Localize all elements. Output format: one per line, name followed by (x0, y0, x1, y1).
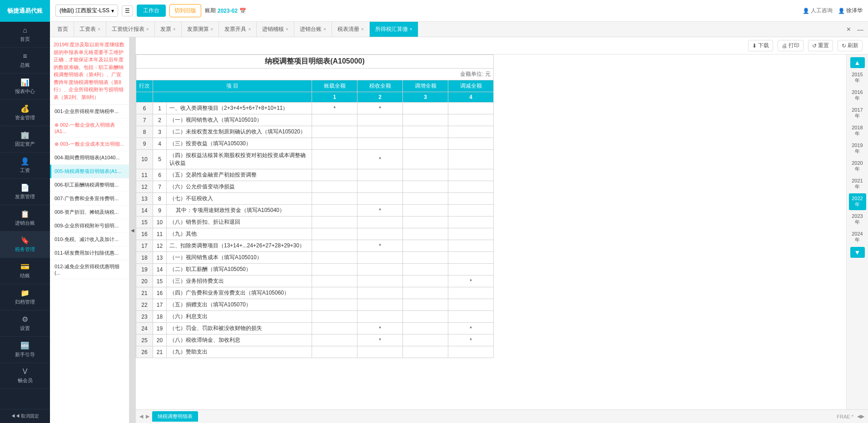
value-4[interactable]: * (448, 275, 494, 287)
value-3[interactable] (403, 138, 448, 150)
value-3[interactable] (403, 240, 448, 252)
sheet-nav-left[interactable]: ◀ (139, 413, 143, 419)
sheet-nav-right[interactable]: ▶ (146, 413, 149, 419)
value-3[interactable] (403, 334, 448, 346)
year-2024[interactable]: 2024年 (849, 229, 866, 246)
value-1[interactable] (312, 299, 357, 311)
value-3[interactable] (403, 264, 448, 275)
panel-collapse-btn[interactable]: ◀ (129, 37, 136, 423)
sidebar-item-home[interactable]: ⌂ 首页 (0, 22, 50, 48)
tab-close-income-tax[interactable]: × (410, 27, 412, 32)
sidebar-item-member[interactable]: V 畅会员 (0, 363, 50, 389)
tab-invoice-calc[interactable]: 发票测算× (182, 22, 219, 37)
sidebar-item-ledger[interactable]: ≡ 总账 (0, 48, 50, 74)
value-4[interactable] (448, 193, 494, 205)
value-2[interactable] (357, 346, 403, 358)
year-up-btn[interactable]: ▲ (850, 57, 865, 68)
value-2[interactable] (357, 169, 403, 181)
value-4[interactable]: * (448, 323, 494, 334)
value-4[interactable] (448, 299, 494, 311)
minimize-btn[interactable]: — (854, 26, 866, 33)
value-3[interactable] (403, 103, 448, 114)
print-btn[interactable]: 🖨 打印 (778, 40, 804, 51)
value-2[interactable]: * (357, 150, 403, 169)
sidebar-item-settings[interactable]: ⚙ 设置 (0, 310, 50, 337)
value-1[interactable] (312, 205, 357, 216)
left-menu-003[interactable]: ⊗ 003-一般企业成本支出明细... (50, 138, 129, 151)
value-2[interactable]: * (357, 323, 403, 334)
year-2023[interactable]: 2023年 (849, 211, 866, 228)
value-3[interactable] (403, 323, 448, 334)
bottom-sheet-tab[interactable]: 纳税调整明细表 (152, 411, 198, 422)
sidebar-item-finance[interactable]: 💰 资金管理 (0, 100, 50, 126)
tab-close-tax-clear[interactable]: × (361, 27, 364, 32)
value-2[interactable] (357, 216, 403, 228)
value-1[interactable] (312, 169, 357, 181)
left-menu-001[interactable]: 001-企业所得税年度纳税申... (50, 105, 129, 118)
tab-close-invoice-open[interactable]: × (248, 27, 251, 32)
value-2[interactable]: * (357, 103, 403, 114)
value-2[interactable] (357, 299, 403, 311)
left-menu-010[interactable]: 010-免税、减计收入及加计... (50, 233, 129, 246)
value-4[interactable] (448, 228, 494, 240)
value-3[interactable] (403, 205, 448, 216)
value-4[interactable]: * (448, 334, 494, 346)
tab-tax-clear[interactable]: 税表清册× (332, 22, 370, 37)
left-menu-007[interactable]: 007-广告费和业务宣传费明... (50, 192, 129, 206)
left-menu-011[interactable]: 011-研发费用加计扣除优惠... (50, 246, 129, 260)
value-1[interactable] (312, 193, 357, 205)
value-2[interactable]: * (357, 334, 403, 346)
sidebar-item-settlement[interactable]: 💳 结账 (0, 258, 50, 284)
year-2018[interactable]: 2018年 (849, 123, 866, 139)
value-4[interactable] (448, 264, 494, 275)
value-1[interactable] (312, 311, 357, 323)
tab-close-purchase-ledger[interactable]: × (323, 27, 326, 32)
value-2[interactable] (357, 287, 403, 299)
value-4[interactable] (448, 138, 494, 150)
value-2[interactable] (357, 181, 403, 193)
tab-close-audit[interactable]: × (286, 27, 288, 32)
tab-home[interactable]: 首页 (52, 22, 74, 37)
value-2[interactable]: * (357, 205, 403, 216)
period-calendar-icon[interactable]: 📅 (239, 8, 246, 14)
tab-purchase-ledger[interactable]: 进销台账× (294, 22, 332, 37)
value-3[interactable] (403, 181, 448, 193)
left-menu-008[interactable]: 008-资产折旧、摊销及纳税... (50, 206, 129, 219)
refresh-btn[interactable]: ↻ 刷新 (838, 40, 863, 51)
tab-close-salary[interactable]: × (98, 27, 100, 32)
tab-close-invoice[interactable]: × (173, 27, 176, 32)
sidebar-item-reports[interactable]: 📊 报表中心 (0, 74, 50, 100)
left-menu-005[interactable]: 005-纳税调整项目明细表(A1... (50, 165, 129, 178)
value-1[interactable] (312, 252, 357, 264)
value-4[interactable] (448, 216, 494, 228)
value-3[interactable] (403, 169, 448, 181)
value-1[interactable] (312, 138, 357, 150)
tab-audit[interactable]: 进销稽核× (257, 22, 294, 37)
value-2[interactable] (357, 311, 403, 323)
value-1[interactable] (312, 150, 357, 169)
left-menu-004[interactable]: 004-期间费用明细表(A1040... (50, 151, 129, 165)
value-3[interactable] (403, 252, 448, 264)
value-1[interactable] (312, 323, 357, 334)
left-menu-012[interactable]: 012-减免企业所得税优惠明细(... (50, 260, 129, 279)
left-menu-009[interactable]: 009-企业所得税附补亏损明... (50, 219, 129, 233)
value-4[interactable] (448, 252, 494, 264)
value-3[interactable] (403, 114, 448, 126)
tab-salary-report[interactable]: 工资统计报表× (106, 22, 155, 37)
left-menu-006[interactable]: 006-职工薪酬纳税调整明细... (50, 178, 129, 192)
spreadsheet-container[interactable]: 纳税调整项目明细表(A105000) 金额单位: 元 行次 项 目 账载全额 税… (136, 54, 846, 409)
value-4[interactable] (448, 287, 494, 299)
value-1[interactable] (312, 287, 357, 299)
year-2016[interactable]: 2016年 (849, 87, 866, 104)
value-4[interactable] (448, 169, 494, 181)
user-profile-btn[interactable]: 👤 徐泽华 (838, 7, 863, 15)
value-3[interactable] (403, 150, 448, 169)
value-1[interactable] (312, 240, 357, 252)
value-2[interactable] (357, 264, 403, 275)
year-2015[interactable]: 2015年 (849, 69, 866, 86)
value-2[interactable]: * (357, 240, 403, 252)
value-2[interactable] (357, 275, 403, 287)
workspace-button[interactable]: 工作台 (137, 5, 166, 17)
sidebar-item-archive[interactable]: 📁 归档管理 (0, 284, 50, 310)
value-1[interactable] (312, 346, 357, 358)
